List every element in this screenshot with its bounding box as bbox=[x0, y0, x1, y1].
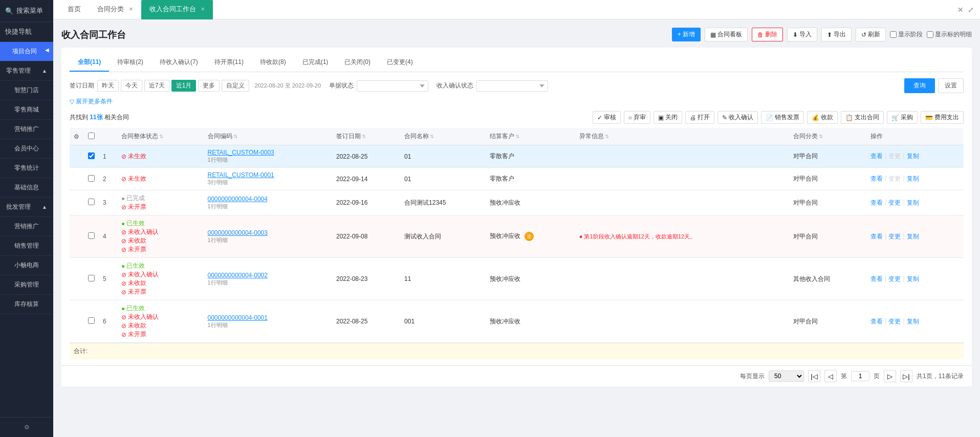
row5-view-btn[interactable]: 查看 bbox=[870, 275, 883, 283]
row1-change-btn[interactable]: 变更 bbox=[888, 152, 901, 161]
sidebar-item-member[interactable]: 会员中心 bbox=[0, 139, 53, 159]
sidebar-item-smart-store[interactable]: 智慧门店 bbox=[0, 81, 53, 100]
payment-btn[interactable]: 💰 收款 bbox=[807, 111, 838, 124]
row3-code-link[interactable]: 0000000000004-0004 bbox=[208, 195, 268, 203]
status-tab-closed[interactable]: 已关闭(0) bbox=[336, 54, 379, 72]
status-tab-pending-invoice[interactable]: 待开票(11) bbox=[206, 54, 252, 72]
row4-status: ● 已生效 ⊘ 未收入确认 bbox=[117, 215, 204, 258]
status-tab-pending-confirm[interactable]: 待收入确认(7) bbox=[151, 54, 206, 72]
close-window-icon[interactable]: ✕ bbox=[957, 6, 964, 14]
sidebar-item-wholesale[interactable]: 批发管理 ▲ bbox=[0, 198, 53, 217]
prev-page-btn[interactable]: ◁ bbox=[824, 370, 837, 382]
last1month-btn[interactable]: 近1月 bbox=[171, 80, 197, 92]
refresh-button[interactable]: ↺ 刷新 bbox=[856, 28, 886, 41]
purchase-btn[interactable]: 🛒 采购 bbox=[887, 111, 918, 124]
row3-view-btn[interactable]: 查看 bbox=[870, 199, 883, 207]
kanban-button[interactable]: ▦ 合同看板 bbox=[705, 28, 748, 41]
sidebar-item-ecommerce[interactable]: 小畅电商 bbox=[0, 256, 53, 275]
row5-code-link[interactable]: 0000000000004-0002 bbox=[208, 272, 268, 279]
show-stage-checkbox[interactable] bbox=[890, 31, 897, 38]
first-page-btn[interactable]: |◁ bbox=[808, 370, 820, 382]
last-page-btn[interactable]: ▷| bbox=[900, 370, 912, 382]
status-tab-pending-payment[interactable]: 待收款(8) bbox=[252, 54, 294, 72]
more-btn[interactable]: 更多 bbox=[198, 80, 220, 92]
page-number-input[interactable] bbox=[851, 371, 869, 381]
tab-income-workbench[interactable]: 收入合同工作台 × bbox=[141, 0, 213, 19]
expand-more-btn[interactable]: ▽ 展开更多条件 bbox=[70, 97, 964, 106]
row6-change-btn[interactable]: 变更 bbox=[888, 317, 901, 326]
abandon-btn[interactable]: ○ 弃审 bbox=[624, 111, 650, 124]
sidebar-item-inventory[interactable]: 库存核算 bbox=[0, 295, 53, 314]
row5-change-btn[interactable]: 变更 bbox=[888, 275, 901, 283]
yesterday-btn[interactable]: 昨天 bbox=[97, 80, 119, 92]
row1-checkbox[interactable] bbox=[84, 145, 99, 168]
last7-btn[interactable]: 近7天 bbox=[144, 80, 169, 92]
custom-btn[interactable]: 自定义 bbox=[222, 80, 249, 92]
sidebar-item-retail-mall[interactable]: 零售商城 bbox=[0, 100, 53, 120]
expense-contract-btn[interactable]: 📋 支出合同 bbox=[841, 111, 884, 124]
row2-view-btn[interactable]: 查看 bbox=[870, 174, 883, 183]
import-button[interactable]: ⬇ 导入 bbox=[787, 28, 817, 41]
export-button[interactable]: ⬆ 导出 bbox=[821, 28, 852, 41]
next-page-btn[interactable]: ▷ bbox=[884, 370, 896, 382]
row6-view-btn[interactable]: 查看 bbox=[870, 317, 883, 326]
income-confirm-select[interactable] bbox=[476, 80, 548, 92]
row4-exception: ● 第1阶段收入确认逾期12天，收款逾期12天。 bbox=[575, 215, 789, 258]
new-button[interactable]: + 新增 bbox=[672, 28, 701, 41]
delete-button[interactable]: 🗑 删除 bbox=[752, 28, 783, 41]
tab-close-income-workbench[interactable]: × bbox=[201, 5, 205, 13]
status-tab-completed[interactable]: 已完成(1) bbox=[294, 54, 337, 72]
row4-copy-btn[interactable]: 复制 bbox=[907, 232, 919, 241]
page-size-select[interactable]: 50 100 200 bbox=[769, 370, 804, 382]
kanban-icon: ▦ bbox=[710, 31, 716, 38]
row4-change-btn[interactable]: 变更 bbox=[888, 232, 901, 241]
expense-out-btn[interactable]: 💳 费用支出 bbox=[921, 111, 964, 124]
row1-code-link[interactable]: RETAIL_CUSTOM-0003 bbox=[208, 149, 274, 156]
status-tab-all[interactable]: 全部(11) bbox=[70, 54, 109, 72]
select-all-checkbox[interactable] bbox=[88, 133, 95, 139]
filter-settings-button[interactable]: 设置 bbox=[938, 78, 964, 93]
row4-view-btn[interactable]: 查看 bbox=[870, 232, 883, 241]
tab-close-contract-cat[interactable]: × bbox=[129, 5, 133, 13]
sidebar-item-project[interactable]: 项目合同 ◀ bbox=[0, 42, 53, 61]
status-tab-pending-review[interactable]: 待审核(2) bbox=[109, 54, 151, 72]
doc-status-select[interactable] bbox=[357, 80, 428, 92]
print-btn[interactable]: 🖨 打开 bbox=[685, 111, 714, 124]
sidebar-item-retail-stat[interactable]: 零售统计 bbox=[0, 159, 53, 178]
tab-contract-cat[interactable]: 合同分类 × bbox=[89, 0, 141, 19]
col-settings[interactable]: ⚙ bbox=[70, 128, 84, 145]
review-btn[interactable]: ✓ 审核 bbox=[593, 111, 621, 124]
row3-change-btn[interactable]: 变更 bbox=[888, 199, 901, 207]
sales-invoice-btn[interactable]: 📄 销售发票 bbox=[761, 111, 804, 124]
invalid-icon: ⊘ bbox=[121, 153, 126, 160]
row3-copy-btn[interactable]: 复制 bbox=[907, 199, 919, 207]
sidebar-item-sales[interactable]: 销售管理 bbox=[0, 236, 53, 256]
row4-code-link[interactable]: 0000000000004-0003 bbox=[208, 229, 268, 236]
row2-code-link[interactable]: RETAIL_CUSTOM-0001 bbox=[208, 171, 274, 179]
status-tab-changed[interactable]: 已变更(4) bbox=[379, 54, 421, 72]
show-marked-checkbox[interactable] bbox=[927, 31, 933, 38]
sidebar-item-marketing2[interactable]: 营销推广 bbox=[0, 217, 53, 236]
tab-home[interactable]: 首页 bbox=[59, 0, 89, 19]
row6-copy-btn[interactable]: 复制 bbox=[907, 317, 919, 326]
close-btn[interactable]: ▣ 关闭 bbox=[654, 111, 682, 124]
today-btn[interactable]: 今天 bbox=[121, 80, 142, 92]
row2-copy-btn[interactable]: 复制 bbox=[907, 174, 919, 183]
income-confirm-btn[interactable]: ✎ 收入确认 bbox=[717, 111, 758, 124]
sidebar-item-marketing[interactable]: 营销推广 bbox=[0, 120, 53, 139]
sidebar-settings[interactable]: ⚙ bbox=[0, 417, 53, 437]
sidebar-item-retail-mgmt[interactable]: 零售管理 ▲ bbox=[0, 61, 53, 81]
show-marked-label[interactable]: 显示标的明细 bbox=[927, 30, 972, 39]
query-button[interactable]: 查询 bbox=[904, 78, 935, 93]
row5-copy-btn[interactable]: 复制 bbox=[907, 275, 919, 283]
row2-change-btn[interactable]: 变更 bbox=[888, 174, 901, 183]
sidebar-item-purchase[interactable]: 采购管理 bbox=[0, 275, 53, 295]
row1-copy-btn[interactable]: 复制 bbox=[907, 152, 919, 161]
sidebar-quick-nav[interactable]: 快捷导航 bbox=[0, 22, 53, 42]
row6-code-link[interactable]: 0000000000004-0001 bbox=[208, 314, 268, 321]
sidebar-search[interactable]: 🔍 搜索菜单 bbox=[0, 0, 53, 22]
maximize-icon[interactable]: ⤢ bbox=[968, 6, 974, 14]
show-stage-label[interactable]: 显示阶段 bbox=[890, 30, 923, 39]
sidebar-item-basic-info[interactable]: 基础信息 bbox=[0, 178, 53, 198]
row1-view-btn[interactable]: 查看 bbox=[870, 152, 883, 161]
